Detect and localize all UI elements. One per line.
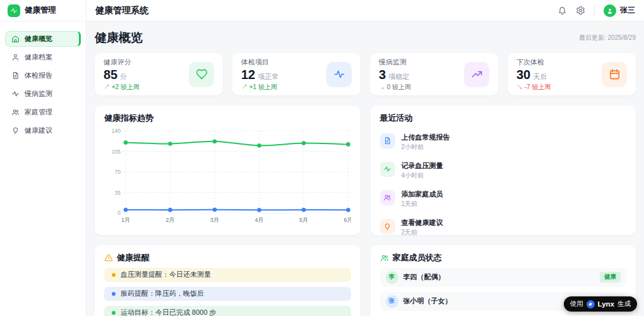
sidebar-item-reports[interactable]: 体检报告 (5, 68, 81, 83)
activity-time: 4小时前 (402, 171, 443, 180)
file-text-icon (380, 133, 395, 149)
recent-activity-card: 最近活动 上传血常规报告 2小时前 记录血压测量 4小时前 (371, 106, 636, 235)
last-updated: 最后更新: 2025/8/29 (579, 33, 636, 42)
svg-text:105: 105 (112, 148, 121, 154)
trend-text: 0 较上周 (387, 83, 411, 90)
stat-card-chronic[interactable]: 慢病监测 3项稳定 → 0 较上周 (370, 53, 498, 95)
user-menu[interactable]: 张三 (604, 4, 635, 17)
bell-icon (558, 6, 567, 15)
page-title: 健康概览 (95, 30, 143, 46)
sidebar-item-family[interactable]: 家庭管理 (5, 104, 81, 120)
trend-arrow-icon: ↘ (516, 83, 523, 90)
stat-label: 健康评分 (104, 58, 140, 66)
stat-trend: ↗ +1 较上周 (241, 83, 278, 90)
reminder-text: 服药提醒：降压药，晚饭后 (121, 289, 204, 298)
sidebar-item-label: 健康档案 (25, 52, 52, 62)
sidebar-item-chronic[interactable]: 慢病监测 (5, 86, 81, 102)
sidebar-item-label: 慢病监测 (25, 89, 52, 99)
stat-card-score[interactable]: 健康评分 85分 ↗ +2 较上周 (95, 53, 223, 95)
sidebar-item-label: 健康概览 (25, 34, 52, 44)
trend-chart-card: 健康指标趋势 035701051401月2月3月4月5月6月 (95, 106, 361, 235)
activity-icon (380, 162, 395, 177)
svg-text:35: 35 (115, 189, 121, 195)
status-dot-icon (112, 292, 116, 296)
lynx-logo-icon (587, 300, 595, 308)
stat-trend: ↗ +2 较上周 (104, 83, 140, 90)
member-status-badge: 健康 (600, 272, 621, 283)
stat-unit: 分 (120, 73, 127, 80)
stat-card-checkup[interactable]: 体检项目 12项正常 ↗ +1 较上周 (232, 53, 361, 95)
activity-item-member[interactable]: 添加家庭成员 1天前 (380, 190, 627, 209)
health-trend-chart: 035701051401月2月3月4月5月6月 (104, 126, 351, 226)
reminder-pill-exercise[interactable]: 运动目标：今日已完成 8000 步 (104, 306, 351, 316)
trending-up-icon (464, 62, 489, 87)
sidebar-item-advice[interactable]: 健康建议 (5, 123, 81, 138)
bottom-row: 健康提醒 血压测量提醒：今日还未测量 服药提醒：降压药，晚饭后 运动目标：今日已… (95, 245, 636, 316)
activity-item-report[interactable]: 上传血常规报告 2小时前 (380, 133, 627, 152)
stat-cards: 健康评分 85分 ↗ +2 较上周 体检项目 12项正常 (95, 53, 636, 95)
stat-label: 体检项目 (241, 58, 278, 66)
header-title: 健康管理系统 (95, 5, 148, 16)
users-icon (11, 108, 20, 116)
svg-text:2月: 2月 (166, 217, 175, 223)
reminders-title: 健康提醒 (117, 253, 150, 263)
lynx-badge[interactable]: 使用 Lynx 生成 (564, 296, 637, 312)
stat-value: 12 (241, 68, 255, 82)
lynx-prefix: 使用 (570, 300, 583, 308)
stat-card-next-checkup[interactable]: 下次体检 30天后 ↘ -7 较上周 (508, 53, 636, 95)
lightbulb-icon (11, 126, 20, 135)
family-title: 家庭成员状态 (393, 253, 442, 263)
sidebar-item-records[interactable]: 健康档案 (5, 49, 81, 65)
notifications-button[interactable] (558, 6, 567, 15)
stat-value: 3 (379, 68, 386, 82)
activity-item-bp[interactable]: 记录血压测量 4小时前 (380, 162, 627, 180)
users-icon (380, 253, 389, 262)
activity-title: 添加家庭成员 (402, 190, 443, 198)
activity-time: 2天前 (402, 228, 443, 235)
health-reminders-card: 健康提醒 血压测量提醒：今日还未测量 服药提醒：降压药，晚饭后 运动目标：今日已… (95, 245, 361, 316)
reminder-pill-medicine[interactable]: 服药提醒：降压药，晚饭后 (104, 287, 351, 301)
main-content: 健康概览 最后更新: 2025/8/29 健康评分 85分 ↗ +2 较上周 体… (86, 21, 644, 316)
page-head: 健康概览 最后更新: 2025/8/29 (95, 30, 636, 46)
activity-time: 1天前 (402, 200, 443, 209)
trend-arrow-icon: → (379, 83, 385, 90)
top-header: 健康管理系统 张三 (86, 0, 644, 21)
activity-icon (11, 90, 20, 98)
status-dot-icon (112, 273, 116, 277)
member-avatar: 李 (386, 271, 398, 284)
status-dot-icon (112, 311, 116, 315)
sidebar-item-label: 家庭管理 (25, 107, 52, 117)
stat-label: 慢病监测 (379, 58, 411, 66)
avatar (604, 4, 616, 17)
activity-icon (326, 62, 352, 87)
sidebar-item-overview[interactable]: 健康概览 (5, 31, 81, 47)
stat-unit: 项正常 (258, 73, 278, 80)
sidebar-nav: 健康概览 健康档案 体检报告 慢病监测 家庭管理 健康建议 (0, 21, 86, 150)
activity-time: 2小时前 (402, 143, 450, 152)
settings-button[interactable] (576, 6, 585, 15)
family-member-row-lisi[interactable]: 李 李四（配偶） 健康 (380, 268, 627, 287)
user-icon (11, 53, 20, 61)
reminder-pill-bp[interactable]: 血压测量提醒：今日还未测量 (104, 268, 351, 282)
alert-triangle-icon (104, 253, 113, 262)
users-icon (380, 190, 395, 205)
activity-title: 查看健康建议 (402, 219, 443, 227)
sidebar: 健康管理 健康概览 健康档案 体检报告 慢病监测 家庭管理 健康建议 (0, 0, 86, 316)
svg-text:0: 0 (117, 210, 121, 216)
svg-text:140: 140 (112, 128, 121, 134)
calendar-icon (602, 62, 627, 87)
trend-arrow-icon: ↗ (241, 83, 247, 90)
activity-item-advice[interactable]: 查看健康建议 2天前 (380, 219, 627, 235)
middle-row: 健康指标趋势 035701051401月2月3月4月5月6月 最近活动 上传血常… (95, 106, 636, 235)
member-name: 李四（配偶） (403, 272, 595, 282)
trend-text: -7 较上周 (525, 83, 551, 90)
activity-logo-icon (8, 4, 20, 17)
user-name: 张三 (620, 5, 635, 16)
svg-text:70: 70 (115, 169, 121, 175)
header-actions: 张三 (558, 4, 635, 17)
svg-text:5月: 5月 (299, 217, 308, 223)
trend-arrow-icon: ↗ (104, 83, 110, 90)
lynx-suffix: 生成 (617, 300, 631, 308)
sidebar-item-label: 健康建议 (25, 126, 52, 135)
lynx-brand: Lynx (598, 300, 614, 308)
